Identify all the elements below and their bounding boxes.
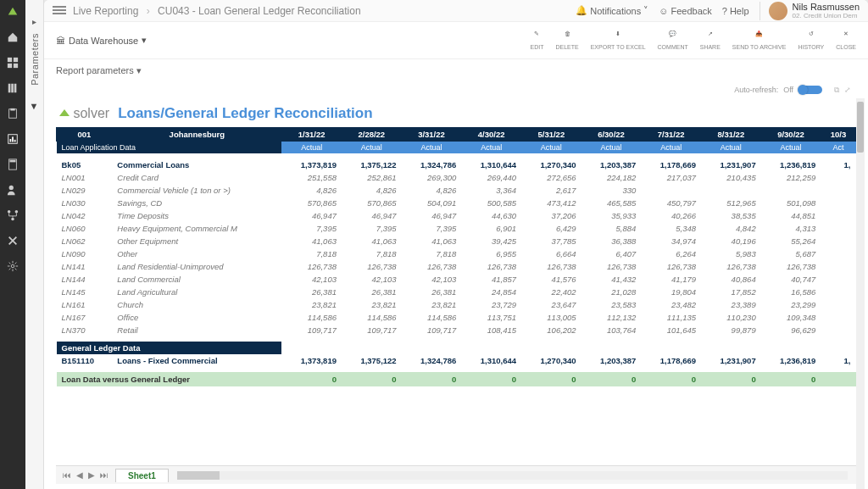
location-name: Johannesburg bbox=[112, 128, 281, 142]
svg-rect-3 bbox=[8, 64, 12, 68]
svg-marker-0 bbox=[8, 8, 18, 15]
svg-rect-11 bbox=[10, 139, 12, 142]
data-warehouse-dropdown[interactable]: 🏛 Data Warehouse ▾ bbox=[56, 35, 147, 46]
parameters-panel-collapsed[interactable]: ▸ Parameters ▼ bbox=[25, 0, 44, 489]
calculator-icon[interactable] bbox=[6, 158, 19, 171]
table-row: LN145Land Agricultural26,38126,38126,381… bbox=[57, 286, 856, 298]
left-sidebar bbox=[0, 0, 25, 489]
home-icon[interactable] bbox=[6, 31, 19, 44]
comment-button[interactable]: 💬COMMENT bbox=[658, 31, 688, 50]
svg-rect-1 bbox=[8, 58, 12, 62]
svg-rect-12 bbox=[12, 136, 14, 142]
share-button[interactable]: ↗SHARE bbox=[700, 31, 721, 50]
logo-icon[interactable] bbox=[6, 5, 19, 19]
section-gl: General Ledger Data bbox=[57, 342, 282, 354]
breadcrumb-root[interactable]: Live Reporting bbox=[73, 5, 138, 17]
table-row: LN141Land Residential-Unimproved126,7381… bbox=[57, 260, 856, 273]
avatar bbox=[769, 2, 787, 20]
top-bar: Live Reporting › CU043 - Loan General Le… bbox=[44, 0, 868, 22]
table-row: LN144Land Commercial42,10342,10342,10341… bbox=[57, 273, 856, 286]
report-viewport: solver Loans/General Ledger Reconciliati… bbox=[44, 98, 868, 489]
toolbar: 🏛 Data Warehouse ▾ ✎EDIT 🗑DELETE ⬇EXPORT… bbox=[44, 22, 868, 59]
table-row: LN030Savings, CD570,865570,865504,091500… bbox=[57, 197, 856, 209]
svg-rect-13 bbox=[14, 140, 16, 142]
flow-icon[interactable] bbox=[6, 208, 19, 222]
table-row: LN370Retail109,717109,717109,717108,4151… bbox=[57, 324, 856, 336]
svg-rect-5 bbox=[8, 84, 11, 93]
sheet-last-icon[interactable]: ⏭ bbox=[98, 470, 110, 480]
books-icon[interactable] bbox=[6, 81, 19, 95]
grid-icon[interactable] bbox=[6, 56, 19, 69]
table-row: LN161Church23,82123,82123,82123,72923,64… bbox=[57, 298, 856, 311]
svg-point-16 bbox=[9, 186, 14, 190]
sheet-next-icon[interactable]: ▶ bbox=[86, 470, 97, 480]
breadcrumb: Live Reporting › CU043 - Loan General Le… bbox=[73, 5, 361, 17]
help-button[interactable]: ? Help bbox=[722, 6, 749, 16]
user-name: Nils Rasmussen bbox=[793, 3, 860, 12]
table-row: LN001Credit Card251,558252,861269,300269… bbox=[57, 171, 856, 184]
history-button[interactable]: ↺HISTORY bbox=[798, 31, 824, 50]
table-row: LN062Other Equipment41,06341,06341,06339… bbox=[57, 235, 856, 247]
tools-icon[interactable] bbox=[6, 234, 19, 247]
user-icon[interactable] bbox=[6, 183, 19, 197]
sheet-tab-1[interactable]: Sheet1 bbox=[115, 469, 169, 482]
section-loan-app: Loan Application Data bbox=[57, 142, 282, 154]
feedback-button[interactable]: ☺ Feedback bbox=[659, 6, 712, 16]
table-row: LN167Office114,586114,586114,586113,7511… bbox=[57, 311, 856, 324]
svg-rect-4 bbox=[14, 64, 18, 68]
svg-point-18 bbox=[15, 210, 19, 214]
archive-button[interactable]: 📥SEND TO ARCHIVE bbox=[732, 31, 787, 50]
vertical-scrollbar[interactable] bbox=[856, 98, 865, 489]
report-parameters-dropdown[interactable]: Report parameters ▾ bbox=[56, 65, 142, 76]
svg-point-17 bbox=[8, 210, 11, 214]
svg-point-19 bbox=[11, 218, 14, 221]
clipboard-icon[interactable] bbox=[6, 107, 19, 120]
sheet-first-icon[interactable]: ⏮ bbox=[61, 470, 73, 480]
diff-label: Loan Data versus General Ledger bbox=[57, 372, 282, 386]
report-icon[interactable] bbox=[6, 132, 19, 146]
notifications-button[interactable]: 🔔 Notifications ˅ bbox=[576, 5, 648, 16]
autorefresh-row: Auto-refresh: Off ⧉ ⤢ bbox=[44, 81, 868, 98]
user-menu[interactable]: Nils Rasmussen 02. Credit Union Dem bbox=[760, 2, 860, 20]
export-excel-button[interactable]: ⬇EXPORT TO EXCEL bbox=[591, 31, 646, 50]
svg-point-20 bbox=[11, 264, 14, 268]
close-button[interactable]: ✕CLOSE bbox=[836, 31, 856, 50]
parameters-panel-label: Parameters bbox=[30, 33, 40, 86]
user-subtitle: 02. Credit Union Dem bbox=[793, 12, 860, 19]
sheet-prev-icon[interactable]: ◀ bbox=[75, 470, 85, 480]
hamburger-icon[interactable] bbox=[53, 6, 66, 16]
gear-icon[interactable] bbox=[6, 259, 19, 273]
popout-icon[interactable]: ⧉ bbox=[834, 86, 839, 95]
filter-icon[interactable]: ▼ bbox=[30, 101, 40, 111]
edit-button[interactable]: ✎EDIT bbox=[531, 31, 544, 50]
solver-logo: solver bbox=[59, 106, 109, 121]
autorefresh-toggle[interactable] bbox=[798, 86, 822, 94]
expand-icon[interactable]: ⤢ bbox=[844, 86, 851, 94]
parameters-toggle-icon[interactable]: ▸ bbox=[32, 17, 36, 26]
report-title: Loans/General Ledger Reconciliation bbox=[118, 105, 372, 122]
delete-button[interactable]: 🗑DELETE bbox=[555, 31, 578, 50]
svg-rect-9 bbox=[10, 108, 14, 111]
report-table: 001 Johannesburg 1/31/222/28/223/31/224/… bbox=[56, 127, 856, 386]
breadcrumb-page[interactable]: CU043 - Loan General Ledger Reconciliati… bbox=[158, 5, 360, 17]
table-row: LN060Heavy Equipment, Commercial M7,3957… bbox=[57, 222, 856, 235]
svg-rect-15 bbox=[10, 160, 16, 163]
svg-rect-6 bbox=[11, 84, 14, 93]
svg-rect-7 bbox=[14, 84, 17, 93]
table-row: LN029Commercial Vehicle (1 ton or >)4,82… bbox=[57, 184, 856, 197]
table-row: LN042Time Deposits46,94746,94746,94744,6… bbox=[57, 209, 856, 222]
horizontal-scrollbar[interactable] bbox=[177, 471, 848, 480]
table-row: LN090Other7,8187,8187,8186,9556,6646,407… bbox=[57, 247, 856, 260]
location-code: 001 bbox=[57, 128, 113, 142]
svg-rect-2 bbox=[14, 58, 18, 62]
sheet-tab-bar: ⏮ ◀ ▶ ⏭ Sheet1 bbox=[56, 465, 856, 484]
